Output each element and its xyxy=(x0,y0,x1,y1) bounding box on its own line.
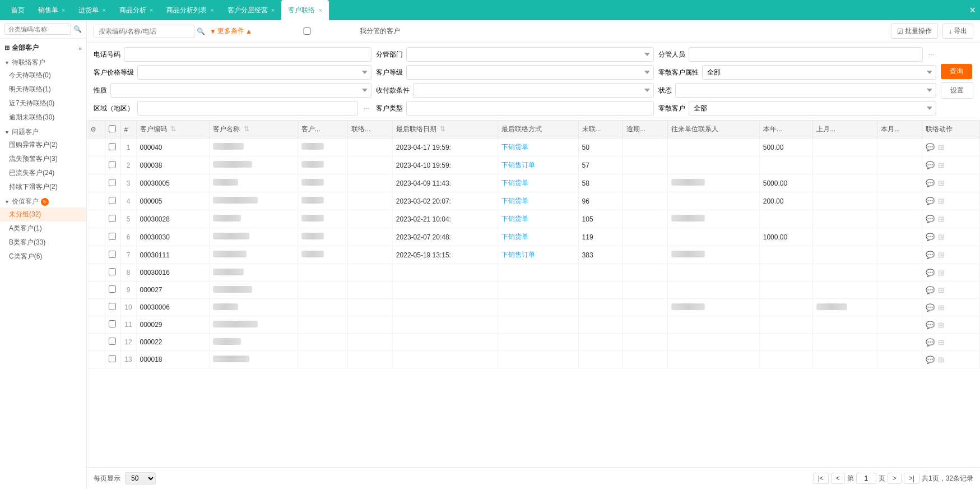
row-checkbox[interactable] xyxy=(109,251,116,258)
grid-action-icon[interactable]: ⊞ xyxy=(938,197,944,205)
grid-action-icon[interactable]: ⊞ xyxy=(938,303,944,312)
contact-type-link[interactable]: 下销货单 xyxy=(501,179,528,187)
contact-type-link[interactable]: 下销货单 xyxy=(501,233,528,241)
customer-type-input[interactable] xyxy=(406,101,654,116)
next-page-btn[interactable]: > xyxy=(888,473,902,484)
message-icon[interactable]: 💬 xyxy=(926,143,935,151)
select-all-checkbox[interactable] xyxy=(109,125,116,132)
price-level-select[interactable] xyxy=(137,65,371,80)
table-settings-icon[interactable]: ⚙ xyxy=(90,126,96,133)
row-checkbox[interactable] xyxy=(109,197,116,204)
sidebar-item-class-c[interactable]: C类客户(6) xyxy=(0,250,86,264)
manager-input[interactable] xyxy=(689,47,923,62)
close-customer-segment-tab-icon[interactable]: × xyxy=(271,7,275,13)
grid-action-icon[interactable]: ⊞ xyxy=(938,179,944,187)
row-checkbox[interactable] xyxy=(109,268,116,275)
sidebar-item-churn-warning[interactable]: 流失预警客户(3) xyxy=(0,152,86,166)
sidebar-item-ungrouped[interactable]: 未分组(32) xyxy=(0,207,86,222)
message-icon[interactable]: 💬 xyxy=(926,215,935,223)
message-icon[interactable]: 💬 xyxy=(926,179,935,187)
reset-btn[interactable]: 设置 xyxy=(941,82,973,99)
grid-action-icon[interactable]: ⊞ xyxy=(938,161,944,169)
dept-select[interactable] xyxy=(406,47,654,62)
contact-type-link[interactable]: 下销售订单 xyxy=(501,161,535,169)
close-purchase-tab-icon[interactable]: × xyxy=(102,7,105,13)
contact-type-link[interactable]: 下销售订单 xyxy=(501,251,535,259)
sidebar-item-class-b[interactable]: B类客户(33) xyxy=(0,236,86,250)
group-problem-customers[interactable]: ▼ 问题客户 xyxy=(0,124,86,138)
col-customer-code[interactable]: 客户编码 ⇅ xyxy=(136,121,210,139)
sidebar-search-input[interactable] xyxy=(4,24,71,35)
search-input[interactable] xyxy=(94,25,194,38)
row-checkbox[interactable] xyxy=(109,233,116,240)
export-btn[interactable]: ↓ 导出 xyxy=(942,24,973,39)
sidebar-item-7day-contact[interactable]: 近7天待联络(0) xyxy=(0,96,86,110)
retail-customer-select[interactable]: 全部 xyxy=(689,101,936,116)
message-icon[interactable]: 💬 xyxy=(926,161,935,169)
nav-tab-analysis[interactable]: 商品分析 × xyxy=(113,0,160,20)
nature-select[interactable] xyxy=(110,83,371,98)
row-checkbox[interactable] xyxy=(109,338,116,345)
message-icon[interactable]: 💬 xyxy=(926,303,935,312)
grid-action-icon[interactable]: ⊞ xyxy=(938,269,944,277)
last-page-btn[interactable]: >| xyxy=(904,473,919,484)
close-sales-tab-icon[interactable]: × xyxy=(62,7,65,13)
my-customers-checkbox[interactable] xyxy=(257,27,357,35)
customer-level-select[interactable] xyxy=(406,65,654,80)
message-icon[interactable]: 💬 xyxy=(926,269,935,277)
message-icon[interactable]: 💬 xyxy=(926,338,935,347)
row-checkbox[interactable] xyxy=(109,143,116,150)
sidebar-item-churned[interactable]: 已流失客户(24) xyxy=(0,166,86,180)
nav-tab-customer-contact[interactable]: 客户联络 × xyxy=(281,0,328,20)
row-checkbox[interactable] xyxy=(109,285,116,293)
row-checkbox[interactable] xyxy=(109,355,116,362)
nav-tab-customer-segment[interactable]: 客户分层经营 × xyxy=(221,0,281,20)
query-btn[interactable]: 查询 xyxy=(941,64,972,79)
contact-type-link[interactable]: 下销货单 xyxy=(501,215,528,223)
nav-tab-sales[interactable]: 销售单 × xyxy=(31,0,72,20)
message-icon[interactable]: 💬 xyxy=(926,321,935,329)
message-icon[interactable]: 💬 xyxy=(926,251,935,259)
row-checkbox[interactable] xyxy=(109,303,116,310)
phone-input[interactable] xyxy=(124,47,371,62)
nav-home[interactable]: 首页 xyxy=(4,0,31,20)
grid-action-icon[interactable]: ⊞ xyxy=(938,356,944,364)
manager-dots-icon[interactable]: ··· xyxy=(926,50,936,58)
prev-page-btn[interactable]: < xyxy=(831,473,845,484)
col-last-contact-date[interactable]: 最后联络日期 ⇅ xyxy=(392,121,498,139)
grid-action-icon[interactable]: ⊞ xyxy=(938,338,944,347)
sidebar-item-abnormal-purchase[interactable]: 囤购异常客户(2) xyxy=(0,138,86,152)
batch-ops-btn[interactable]: ☑ 批量操作 xyxy=(891,24,938,39)
my-customers-checkbox-wrap[interactable]: 我分管的客户 xyxy=(257,26,400,36)
more-conditions-btn[interactable]: ▼ 更多条件 ▲ xyxy=(210,26,252,36)
status-select[interactable] xyxy=(675,83,936,98)
grid-action-icon[interactable]: ⊞ xyxy=(938,143,944,151)
sidebar-search-icon[interactable]: 🔍 xyxy=(73,25,82,33)
all-customers-header[interactable]: ⊞ 全部客户 « xyxy=(0,39,86,55)
close-customer-contact-tab-icon[interactable]: × xyxy=(318,7,322,13)
sidebar-item-today-contact[interactable]: 今天待联络(0) xyxy=(0,68,86,82)
close-analysis-tab-icon[interactable]: × xyxy=(150,7,153,13)
page-size-select[interactable]: 50 100 200 xyxy=(125,472,156,485)
grid-action-icon[interactable]: ⊞ xyxy=(938,233,944,241)
contact-type-link[interactable]: 下销货单 xyxy=(501,197,528,205)
col-customer-name[interactable]: 客户名称 ⇅ xyxy=(210,121,298,139)
contact-type-link[interactable]: 下销货单 xyxy=(501,143,528,151)
row-checkbox[interactable] xyxy=(109,215,116,222)
group-value-customers[interactable]: ▼ 价值客户 ↻ xyxy=(0,194,86,207)
nav-tab-purchase[interactable]: 进货单 × xyxy=(72,0,112,20)
grid-action-icon[interactable]: ⊞ xyxy=(938,215,944,223)
retail-attr-select[interactable]: 全部 xyxy=(702,65,936,80)
payment-select[interactable] xyxy=(413,83,654,98)
sidebar-item-overdue-contact[interactable]: 逾期未联络(30) xyxy=(0,110,86,124)
row-checkbox[interactable] xyxy=(109,179,116,186)
group-pending-contact[interactable]: ▼ 待联络客户 xyxy=(0,55,86,68)
close-analysis-list-tab-icon[interactable]: × xyxy=(210,7,213,13)
row-checkbox[interactable] xyxy=(109,161,116,168)
message-icon[interactable]: 💬 xyxy=(926,197,935,205)
message-icon[interactable]: 💬 xyxy=(926,233,935,241)
message-icon[interactable]: 💬 xyxy=(926,286,935,294)
first-page-btn[interactable]: |< xyxy=(813,473,829,484)
page-number-input[interactable] xyxy=(856,473,876,484)
filter-search-icon[interactable]: 🔍 xyxy=(197,27,205,35)
